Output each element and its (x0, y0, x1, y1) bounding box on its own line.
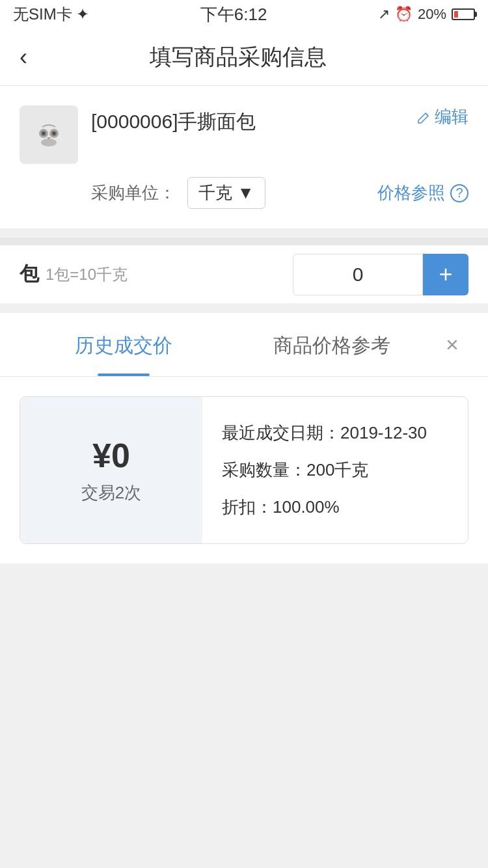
svg-point-4 (42, 132, 45, 135)
price-detail-quantity: 采购数量：200千克 (222, 457, 448, 483)
battery-icon (452, 8, 475, 20)
alarm-icon: ⏰ (395, 6, 413, 23)
quantity-label: 包 1包=10千克 (20, 261, 150, 288)
main-content: [0000006]手撕面包 编辑 采购单位： 千克 ▼ 价格参照 (0, 86, 488, 563)
unit-select[interactable]: 千克 ▼ (187, 177, 265, 209)
price-detail-date: 最近成交日期：2019-12-30 (222, 420, 448, 446)
quantity-input[interactable] (293, 254, 423, 295)
quantity-plus-button[interactable]: + (423, 254, 468, 295)
status-bar: 无SIM卡 ✦ 下午6:12 ↗ ⏰ 20% (0, 0, 488, 29)
location-icon: ↗ (378, 6, 390, 23)
quantity-section: 包 1包=10千克 + (0, 245, 488, 304)
help-icon: ? (450, 184, 468, 202)
page-title: 填写商品采购信息 (34, 42, 442, 72)
price-count: 交易2次 (81, 481, 141, 504)
tab-price-reference[interactable]: 商品价格参考 (228, 313, 436, 376)
unit-conversion: 1包=10千克 (46, 264, 128, 285)
status-time: 下午6:12 (200, 3, 267, 26)
price-cards: ¥0 交易2次 最近成交日期：2019-12-30 采购数量：200千克 折扣：… (0, 377, 488, 563)
price-value: 0 (111, 437, 130, 474)
price-card: ¥0 交易2次 最近成交日期：2019-12-30 采购数量：200千克 折扣：… (20, 396, 468, 544)
dropdown-icon: ▼ (237, 183, 254, 203)
product-section: [0000006]手撕面包 编辑 采购单位： 千克 ▼ 价格参照 (0, 86, 488, 228)
quantity-input-group: + (150, 254, 468, 295)
status-right: ↗ ⏰ 20% (378, 6, 475, 23)
product-left: [0000006]手撕面包 (20, 105, 256, 164)
price-amount: ¥0 (92, 436, 130, 475)
back-button[interactable]: ‹ (20, 37, 34, 77)
status-left: 无SIM卡 ✦ (13, 4, 89, 25)
nav-bar: ‹ 填写商品采购信息 (0, 29, 488, 86)
price-ref-button[interactable]: 价格参照 ? (377, 182, 468, 204)
price-card-left: ¥0 交易2次 (20, 397, 202, 543)
tabs-section: 历史成交价 商品价格参考 × ¥0 交易2次 最近成交日期：2019-12-30 (0, 313, 488, 563)
tabs-header: 历史成交价 商品价格参考 × (0, 313, 488, 377)
tab-history-price[interactable]: 历史成交价 (20, 313, 228, 376)
unit-label: 采购单位： (91, 183, 176, 202)
product-name: [0000006]手撕面包 (91, 105, 256, 135)
price-detail-discount: 折扣：100.00% (222, 495, 448, 520)
edit-button[interactable]: 编辑 (416, 105, 468, 128)
section-divider (0, 237, 488, 245)
tabs-close-button[interactable]: × (436, 329, 468, 361)
price-card-right: 最近成交日期：2019-12-30 采购数量：200千克 折扣：100.00% (202, 397, 468, 543)
purchase-unit-row: 采购单位： 千克 ▼ 价格参照 ? (20, 177, 468, 209)
svg-point-5 (53, 132, 55, 135)
battery-percent: 20% (418, 6, 446, 23)
unit-row-left: 采购单位： 千克 ▼ (91, 177, 265, 209)
unit-badge: 包 (20, 261, 39, 288)
product-header: [0000006]手撕面包 编辑 (20, 105, 468, 164)
product-image (20, 105, 78, 164)
currency-symbol: ¥ (92, 437, 111, 474)
carrier-text: 无SIM卡 ✦ (13, 4, 89, 25)
